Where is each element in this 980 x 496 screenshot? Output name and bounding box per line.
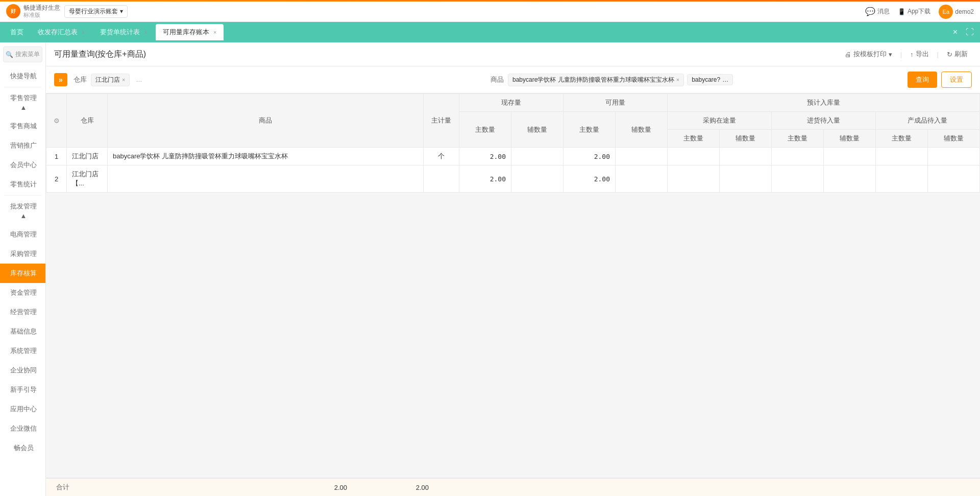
- tab-order-stats-close[interactable]: ×: [144, 29, 147, 35]
- top-bar-left: 好 畅捷通好生意 标准版 母婴行业演示账套 ▾: [6, 4, 128, 19]
- sidebar-item-marketing[interactable]: 营销推广: [0, 136, 45, 155]
- th-planned-group: 预计入库量: [667, 94, 979, 112]
- sidebar-item-label: 零售管理: [10, 93, 37, 103]
- td-incoming-aux-2: [823, 166, 875, 193]
- expand-icon: »: [59, 76, 63, 84]
- export-btn[interactable]: ↑ 导出: [906, 48, 933, 61]
- sidebar-item-label: 基础信息: [10, 327, 37, 336]
- td-purchase-main-1: [667, 148, 719, 166]
- tab-order-stats[interactable]: 要货单统计表 ×: [93, 24, 154, 40]
- td-incoming-main-1: [771, 148, 823, 166]
- top-bar-right: 💬 消息 📱 App下载 Ea demo2: [865, 5, 974, 19]
- th-prod-aux: 辅数量: [927, 130, 979, 148]
- action-divider-2: |: [937, 51, 939, 58]
- chevron-icon: ▲: [20, 104, 27, 111]
- phone-icon: 📱: [898, 8, 905, 15]
- settings-btn[interactable]: 设置: [941, 72, 972, 88]
- sidebar-item-wholesale-mgmt[interactable]: 批发管理 ▲: [0, 197, 45, 225]
- th-pt-aux: 辅数量: [719, 130, 771, 148]
- th-inc-main: 主数量: [771, 130, 823, 148]
- th-unit: 主计量: [423, 94, 459, 148]
- sidebar-divider-2: [4, 195, 41, 196]
- sidebar-item-tutorial[interactable]: 新手引导: [0, 380, 45, 399]
- sidebar-item-wechat-work[interactable]: 企业微信: [0, 419, 45, 438]
- footer-current-main: 2.00: [311, 484, 352, 491]
- sidebar-item-enterprise-collab[interactable]: 企业协同: [0, 361, 45, 380]
- chevron-icon: ▲: [20, 212, 27, 220]
- th-incoming: 进货待入量: [771, 112, 875, 130]
- avatar-text: Ea: [943, 9, 949, 15]
- th-prod-main: 主数量: [875, 130, 927, 148]
- sidebar: 🔍 搜索菜单 快捷导航 零售管理 ▲ 零售商城 营销推广 会员中心 零售统计 批…: [0, 42, 46, 496]
- sidebar-item-label: 新手引导: [10, 385, 37, 394]
- tab-order-stats-label: 要货单统计表: [100, 28, 140, 37]
- sidebar-item-quick-nav[interactable]: 快捷导航: [0, 66, 45, 86]
- print-btn[interactable]: 🖨 按模板打印 ▾: [841, 48, 896, 61]
- refresh-label: 刷新: [954, 50, 968, 59]
- app-download-btn[interactable]: 📱 App下载: [898, 7, 930, 16]
- logo-icon: 好: [6, 4, 20, 18]
- td-product-1: babycare学饮杯 儿童防摔防撞吸管杯重力球吸嘴杯宝宝水杯: [108, 148, 424, 166]
- warehouse-tag-close[interactable]: ×: [122, 77, 125, 83]
- sidebar-item-member[interactable]: 会员中心: [0, 155, 45, 175]
- sidebar-item-inventory[interactable]: 库存核算: [0, 264, 45, 283]
- logo-sub: 标准版: [23, 11, 60, 19]
- app-download-label: App下载: [908, 7, 930, 16]
- message-btn[interactable]: 💬 消息: [865, 7, 890, 16]
- sidebar-item-basic-info[interactable]: 基础信息: [0, 322, 45, 341]
- warehouse-tags: 江北门店 × …: [91, 74, 484, 86]
- sidebar-item-business[interactable]: 经营管理: [0, 302, 45, 322]
- footer-avail-main: 2.00: [393, 484, 434, 491]
- td-avail-aux-1: [615, 148, 667, 166]
- warehouse-tag: 江北门店 ×: [91, 74, 130, 86]
- td-avail-main-2: 2.00: [563, 166, 615, 193]
- sidebar-item-label: 畅会员: [14, 443, 34, 453]
- tab-receiving-close[interactable]: ×: [82, 29, 85, 35]
- tab-receiving-summary[interactable]: 收发存汇总表 ×: [31, 24, 92, 40]
- industry-label: 母婴行业演示账套: [69, 7, 118, 16]
- sidebar-item-label: 零售统计: [10, 180, 37, 189]
- sidebar-item-member2[interactable]: 畅会员: [0, 438, 45, 458]
- tab-available-stock-close[interactable]: ×: [213, 29, 216, 35]
- filter-expand-btn[interactable]: »: [54, 73, 67, 86]
- refresh-btn[interactable]: ↻ 刷新: [943, 48, 972, 61]
- search-menu-btn[interactable]: 🔍 搜索菜单: [3, 46, 42, 62]
- product-tag-1-close[interactable]: ×: [676, 77, 679, 83]
- fullscreen-btn[interactable]: ⛶: [964, 26, 976, 39]
- action-divider-1: |: [900, 51, 902, 58]
- sidebar-item-system[interactable]: 系统管理: [0, 341, 45, 361]
- th-inc-aux: 辅数量: [823, 130, 875, 148]
- close-all-btn[interactable]: ×: [951, 26, 960, 39]
- sidebar-item-finance[interactable]: 资金管理: [0, 283, 45, 302]
- th-production: 产成品待入量: [875, 112, 979, 130]
- sidebar-item-retail-mgmt[interactable]: 零售管理 ▲: [0, 88, 45, 116]
- th-warehouse: 仓库: [67, 94, 108, 148]
- tab-home[interactable]: 首页: [4, 24, 30, 40]
- table-row: 1 江北门店 babycare学饮杯 儿童防摔防撞吸管杯重力球吸嘴杯宝宝水杯 个…: [46, 148, 980, 166]
- sidebar-item-label: 采购管理: [10, 249, 37, 258]
- filter-bar: » 仓库 江北门店 × … 商品 babycare学饮杯 儿童防摔防撞吸管杯重力…: [46, 66, 980, 93]
- industry-select[interactable]: 母婴行业演示账套 ▾: [64, 5, 128, 18]
- query-btn[interactable]: 查询: [908, 72, 937, 88]
- sidebar-item-label: 资金管理: [10, 288, 37, 297]
- sidebar-item-retail-mall[interactable]: 零售商城: [0, 116, 45, 136]
- sidebar-item-label: 营销推广: [10, 141, 37, 150]
- sidebar-item-label: 企业协同: [10, 366, 37, 375]
- refresh-icon: ↻: [947, 51, 952, 58]
- sidebar-item-label: 系统管理: [10, 346, 37, 356]
- sidebar-item-app-center[interactable]: 应用中心: [0, 399, 45, 419]
- tab-receiving-label: 收发存汇总表: [38, 28, 78, 37]
- sidebar-item-purchase[interactable]: 采购管理: [0, 244, 45, 264]
- tab-home-label: 首页: [10, 28, 23, 37]
- tab-available-stock[interactable]: 可用量库存账本 ×: [156, 24, 224, 40]
- product-filter-group: 商品 babycare学饮杯 儿童防摔防撞吸管杯重力球吸嘴杯宝宝水杯 × bab…: [491, 74, 901, 86]
- settings-icon[interactable]: ⚙: [54, 117, 60, 125]
- th-pt-main: 主数量: [667, 130, 719, 148]
- nav-tabs-right: × ⛶: [951, 26, 976, 39]
- sidebar-item-retail-stats[interactable]: 零售统计: [0, 175, 45, 194]
- user-menu[interactable]: Ea demo2: [939, 5, 974, 19]
- warehouse-more-btn[interactable]: …: [133, 75, 145, 85]
- sidebar-item-ecommerce[interactable]: 电商管理: [0, 225, 45, 244]
- td-unit-2: [423, 166, 459, 193]
- td-product-2: [108, 166, 424, 193]
